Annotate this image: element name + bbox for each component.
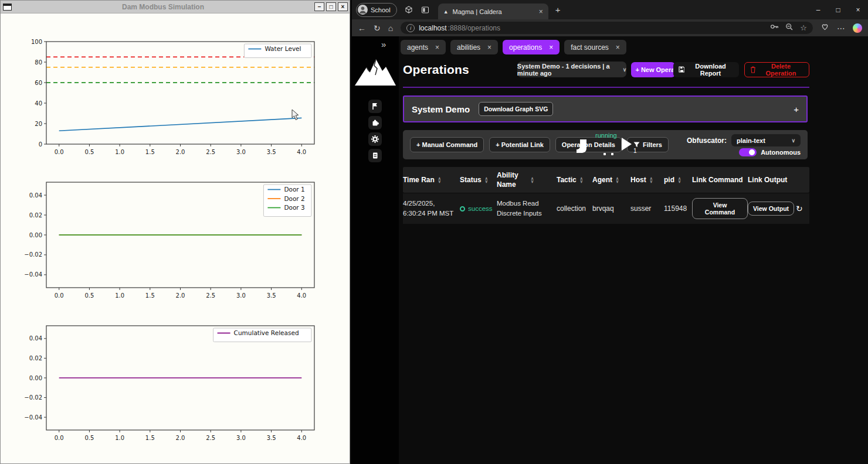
sort-icon[interactable]: ∧∨ — [580, 177, 583, 183]
white-artifact-shape — [577, 139, 592, 155]
favorites-star-icon[interactable]: ☆ — [800, 24, 807, 32]
copilot-icon[interactable] — [853, 23, 862, 33]
more-menu-icon[interactable]: ⋯ — [837, 24, 845, 32]
sort-icon[interactable]: ∧∨ — [438, 177, 441, 183]
home-icon[interactable]: ⌂ — [388, 24, 393, 32]
col-pid[interactable]: pid∧∨ — [664, 176, 692, 184]
split-screen-icon[interactable] — [421, 5, 430, 15]
col-tactic[interactable]: Tactic∧∨ — [557, 176, 592, 184]
open-page-tabs: agents × abilities × operations × fact s… — [401, 40, 626, 54]
potential-link-button[interactable]: + Potential Link — [489, 137, 550, 152]
operation-name: System Demo — [412, 104, 470, 114]
svg-text:−0.02: −0.02 — [24, 394, 42, 401]
svg-text:3.5: 3.5 — [267, 292, 276, 299]
operation-select[interactable]: System Demo - 1 decisions | a minute ago… — [517, 62, 627, 77]
row-refresh-icon[interactable]: ↻ — [796, 204, 809, 213]
browser-maximize-button[interactable]: □ — [828, 1, 848, 19]
cell-tactic: collection — [557, 204, 592, 213]
tab-abilities[interactable]: abilities × — [450, 40, 498, 54]
col-status[interactable]: Status∧∨ — [460, 176, 497, 184]
browser-minimize-button[interactable]: – — [808, 1, 828, 19]
close-icon[interactable]: × — [487, 43, 491, 52]
sort-icon[interactable]: ∧∨ — [485, 177, 488, 183]
url-host: localhost — [419, 24, 446, 32]
back-icon[interactable]: ← — [358, 24, 366, 32]
download-graph-svg-button[interactable]: Download Graph SVG — [479, 102, 553, 116]
svg-text:0.00: 0.00 — [29, 375, 42, 381]
svg-text:1.0: 1.0 — [115, 292, 124, 299]
trash-icon — [750, 66, 755, 73]
svg-text:0.5: 0.5 — [84, 435, 94, 441]
delete-operation-button[interactable]: Delete Operation — [744, 62, 809, 77]
minimize-button[interactable]: – — [314, 2, 324, 11]
manual-command-button[interactable]: + Manual Command — [410, 137, 484, 152]
cell-status: success — [460, 205, 497, 212]
tab-operations[interactable]: operations × — [503, 40, 560, 54]
sidebar-plugins-button[interactable] — [368, 116, 382, 129]
obfuscator-label: Obfuscator: — [687, 137, 727, 145]
close-icon[interactable]: × — [435, 43, 439, 52]
browser-tab[interactable]: ▲ Magma | Caldera × — [438, 4, 548, 19]
tab-favicon: ▲ — [443, 9, 449, 15]
simulation-titlebar[interactable]: Dam Modbus Simulation – □ × — [1, 1, 350, 13]
sidebar-configuration-button[interactable] — [368, 132, 382, 146]
obfuscator-select[interactable]: plain-text ∨ — [731, 134, 801, 146]
cell-pid: 115948 — [664, 204, 692, 213]
svg-text:2.0: 2.0 — [176, 435, 185, 441]
sort-icon[interactable]: ∧∨ — [650, 177, 653, 183]
sort-icon[interactable]: ∧∨ — [678, 177, 681, 183]
col-agent[interactable]: Agent∧∨ — [592, 176, 630, 184]
address-bar[interactable]: i localhost :8888/operations ☆ — [401, 22, 813, 34]
svg-text:20: 20 — [35, 121, 42, 127]
col-ability-name[interactable]: Ability Name∧∨ — [497, 170, 557, 189]
sidebar-expand-icon[interactable]: » — [381, 39, 386, 49]
svg-text:2.5: 2.5 — [206, 292, 215, 299]
refresh-icon[interactable]: ↻ — [374, 24, 381, 32]
expand-panel-icon[interactable]: + — [794, 104, 799, 114]
caldera-logo — [355, 59, 396, 88]
maximize-button[interactable]: □ — [326, 2, 336, 11]
new-operation-button[interactable]: + New Operatio — [631, 62, 675, 77]
run-operation-button[interactable] — [622, 138, 632, 151]
new-tab-button[interactable]: + — [555, 5, 561, 15]
tab-close-icon[interactable]: × — [539, 8, 543, 16]
svg-text:0.0: 0.0 — [55, 435, 64, 441]
close-button[interactable]: × — [338, 2, 348, 11]
close-icon[interactable]: × — [549, 43, 553, 52]
browser-close-button[interactable]: × — [848, 1, 868, 19]
svg-text:1.5: 1.5 — [145, 292, 155, 299]
svg-text:1.0: 1.0 — [115, 435, 124, 441]
caldera-main: agents × abilities × operations × fact s… — [399, 36, 868, 464]
svg-text:4.0: 4.0 — [297, 292, 306, 299]
view-command-button[interactable]: View Command — [692, 198, 748, 219]
chevron-down-icon: ∨ — [623, 67, 627, 73]
autonomous-toggle[interactable] — [739, 148, 757, 156]
col-host[interactable]: Host∧∨ — [630, 176, 664, 184]
zoom-out-icon[interactable] — [785, 23, 794, 33]
sort-icon[interactable]: ∧∨ — [531, 177, 534, 183]
workspaces-icon[interactable] — [404, 5, 413, 15]
sort-icon[interactable]: ∧∨ — [616, 177, 619, 183]
password-key-icon[interactable] — [770, 22, 779, 33]
svg-text:40: 40 — [35, 100, 42, 107]
view-output-button[interactable]: View Output — [748, 202, 794, 216]
tab-agents[interactable]: agents × — [401, 40, 446, 54]
download-report-button[interactable]: Download Report — [673, 62, 739, 77]
svg-text:4.0: 4.0 — [297, 149, 306, 155]
sidebar-server-button[interactable] — [368, 149, 382, 162]
caldera-page: » — [352, 36, 868, 464]
browser-window: School ▲ Magma | Caldera × + – □ × — [352, 0, 868, 464]
browser-essentials-icon[interactable] — [820, 22, 829, 33]
svg-text:2.0: 2.0 — [176, 292, 185, 299]
site-info-icon[interactable]: i — [406, 24, 415, 32]
col-time-ran[interactable]: Time Ran∧∨ — [403, 176, 460, 184]
tab-fact-sources[interactable]: fact sources × — [564, 40, 626, 54]
close-icon[interactable]: × — [616, 43, 620, 52]
window-menu-icon[interactable] — [3, 4, 12, 11]
doors-chart: −0.04−0.020.000.020.040.00.51.01.52.02.5… — [18, 178, 338, 303]
sidebar-campaigns-button[interactable] — [368, 100, 382, 113]
svg-text:−0.04: −0.04 — [24, 414, 42, 421]
run-count-badge: 1 — [633, 148, 637, 154]
browser-tab-strip: School ▲ Magma | Caldera × + – □ × — [352, 0, 868, 19]
profile-button[interactable]: School — [356, 3, 397, 17]
